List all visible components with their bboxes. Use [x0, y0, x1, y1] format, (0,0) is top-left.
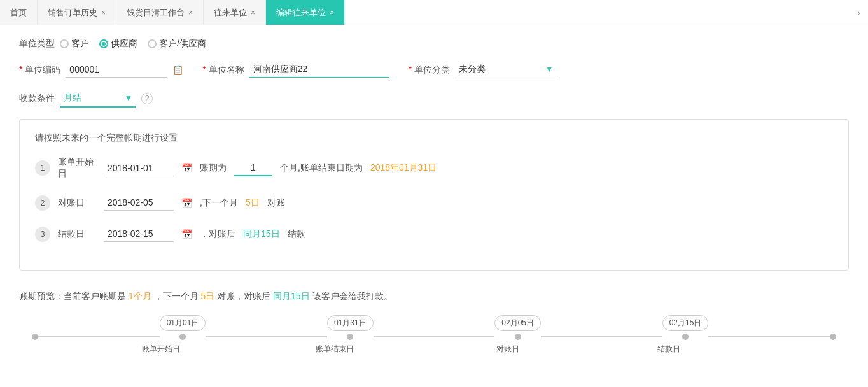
row-num-2: 2 — [35, 195, 50, 211]
timeline-dot-1 — [32, 334, 38, 340]
preview-part1: 1个月 — [129, 291, 151, 301]
radio-customer-label: 客户 — [71, 38, 89, 50]
period-end-date: 2018年01月31日 — [370, 162, 437, 174]
timeline-badge-2: 01月31日 — [327, 315, 374, 331]
tab-partner-close[interactable]: × — [251, 8, 255, 17]
unit-class-value: 未分类 — [459, 64, 543, 75]
reconcile-desc-prefix: ,下一个月 — [200, 197, 238, 209]
tab-edit-partner[interactable]: 编辑往来单位 × — [266, 0, 345, 25]
timeline-label-3: 对账日 — [489, 344, 527, 355]
timeline-dot-badge-3 — [515, 334, 521, 340]
tab-partner-label: 往来单位 — [214, 7, 247, 18]
period-suffix-1: 个月,账单结束日期为 — [280, 162, 363, 174]
period-month-input[interactable] — [234, 160, 272, 176]
row-label-1: 账单开始日 — [58, 157, 96, 179]
timeline-badge-3: 02月05日 — [494, 315, 541, 331]
unit-type-label: 单位类型 — [19, 38, 55, 50]
preview-text: 账期预览：当前客户账期是 1个月 ，下一个月 5日 对账，对账后 同月15日 该… — [19, 291, 849, 302]
row-label-2: 对账日 — [58, 197, 96, 209]
unit-code-label: 单位编码 — [19, 64, 60, 76]
card-title: 请按照未来的一个完整帐期进行设置 — [35, 132, 833, 144]
timeline-dot-badge-4 — [682, 334, 689, 340]
reconcile-date-input[interactable] — [104, 195, 174, 211]
radio-both[interactable]: 客户/供应商 — [148, 38, 206, 50]
tab-bar: 首页 销售订单历史 × 钱货日清工作台 × 往来单位 × 编辑往来单位 × › — [0, 0, 868, 25]
row-num-1: 1 — [35, 160, 50, 176]
unit-type-row: 单位类型 客户 供应商 客户/供应商 — [19, 38, 849, 50]
timeline-dot-badge-2 — [347, 334, 353, 340]
radio-supplier[interactable]: 供应商 — [99, 38, 137, 50]
payment-select-value: 月结 — [64, 92, 125, 104]
payment-condition-row: 收款条件 月结 ▼ ? — [19, 90, 849, 108]
payment-day-highlight: 同月15日 — [243, 229, 280, 240]
unit-class-chevron-icon: ▼ — [545, 65, 553, 74]
reconcile-day-highlight: 5日 — [246, 197, 260, 209]
preview-part3: 同月15日 — [273, 291, 310, 301]
radio-both-label: 客户/供应商 — [159, 38, 206, 50]
preview-part3-sep: 该客户会给我打款。 — [312, 291, 393, 301]
payment-select[interactable]: 月结 ▼ — [60, 90, 136, 108]
unit-info-row: 单位编码 📋 单位名称 单位分类 未分类 ▼ — [19, 61, 849, 78]
setting-row-2: 2 对账日 📅 ,下一个月 5日 对账 — [35, 195, 833, 211]
payment-date-calendar-icon[interactable]: 📅 — [181, 229, 192, 239]
start-date-input[interactable] — [104, 160, 174, 176]
timeline-badge-4: 02月15日 — [662, 315, 709, 331]
timeline-dot-badge-1 — [179, 334, 186, 340]
unit-code-field: 单位编码 📋 — [19, 62, 183, 78]
radio-supplier-circle — [99, 39, 108, 48]
payment-help-icon[interactable]: ? — [141, 93, 153, 104]
payment-label: 收款条件 — [19, 93, 55, 104]
radio-both-circle — [148, 39, 157, 48]
tab-cash-work[interactable]: 钱货日清工作台 × — [116, 0, 204, 25]
timeline-line-3 — [374, 336, 495, 337]
tab-partner[interactable]: 往来单位 × — [204, 0, 266, 25]
timeline-line-1 — [38, 336, 160, 337]
row-label-3: 结款日 — [58, 229, 96, 240]
payment-desc-suffix: 结款 — [288, 229, 305, 240]
unit-type-field: 单位类型 客户 供应商 客户/供应商 — [19, 38, 206, 50]
unit-class-select[interactable]: 未分类 ▼ — [455, 61, 557, 78]
tab-home-label: 首页 — [10, 7, 27, 18]
setting-row-1: 1 账单开始日 📅 账期为 个月,账单结束日期为 2018年01月31日 — [35, 157, 833, 179]
preview-part1-sep: ，下一个月 — [154, 291, 199, 301]
row-num-3: 3 — [35, 227, 50, 242]
tab-scroll-arrow[interactable]: › — [850, 0, 868, 25]
tab-home[interactable]: 首页 — [0, 0, 38, 25]
tab-edit-partner-close[interactable]: × — [330, 8, 334, 17]
tab-cash-work-close[interactable]: × — [188, 8, 193, 17]
timeline-label-2: 账单结束日 — [309, 344, 360, 355]
radio-customer[interactable]: 客户 — [60, 38, 89, 50]
radio-supplier-label: 供应商 — [111, 38, 137, 50]
unit-class-field: 单位分类 未分类 ▼ — [409, 61, 557, 78]
payment-desc-prefix: ，对账后 — [200, 229, 235, 240]
timeline-line-2 — [206, 336, 327, 337]
preview-prefix: 账期预览：当前客户账期是 — [19, 291, 126, 301]
setting-row-3: 3 结款日 📅 ，对账后 同月15日 结款 — [35, 226, 833, 242]
preview-section: 账期预览：当前客户账期是 1个月 ，下一个月 5日 对账，对账后 同月15日 该… — [19, 281, 849, 360]
tab-sales-history-label: 销售订单历史 — [48, 7, 97, 18]
timeline-label-1: 账单开始日 — [136, 344, 186, 355]
tab-edit-partner-label: 编辑往来单位 — [276, 7, 326, 18]
settings-card: 请按照未来的一个完整帐期进行设置 1 账单开始日 📅 账期为 个月,账单结束日期… — [19, 119, 849, 271]
payment-chevron-icon: ▼ — [125, 94, 132, 102]
unit-class-label: 单位分类 — [409, 64, 450, 76]
start-date-calendar-icon[interactable]: 📅 — [181, 163, 192, 173]
main-content: 单位类型 客户 供应商 客户/供应商 单位编码 📋 — [0, 25, 868, 387]
tab-sales-history-close[interactable]: × — [101, 8, 106, 17]
tab-cash-work-label: 钱货日清工作台 — [127, 7, 185, 18]
unit-code-input[interactable] — [66, 62, 167, 78]
preview-part2: 5日 — [200, 291, 214, 301]
reconcile-date-calendar-icon[interactable]: 📅 — [181, 198, 192, 208]
unit-code-icon[interactable]: 📋 — [172, 65, 183, 75]
preview-part2-sep: 对账，对账后 — [217, 291, 270, 301]
payment-date-input[interactable] — [104, 226, 174, 242]
unit-name-input[interactable] — [249, 62, 389, 78]
unit-type-radio-group: 客户 供应商 客户/供应商 — [60, 38, 206, 50]
timeline-badge-1: 01月01日 — [160, 315, 206, 331]
tab-sales-history[interactable]: 销售订单历史 × — [38, 0, 116, 25]
timeline-dot-end — [830, 334, 836, 340]
unit-name-label: 单位名称 — [202, 64, 244, 76]
unit-name-field: 单位名称 — [202, 62, 389, 78]
radio-customer-circle — [60, 39, 69, 48]
period-prefix: 账期为 — [200, 162, 227, 174]
